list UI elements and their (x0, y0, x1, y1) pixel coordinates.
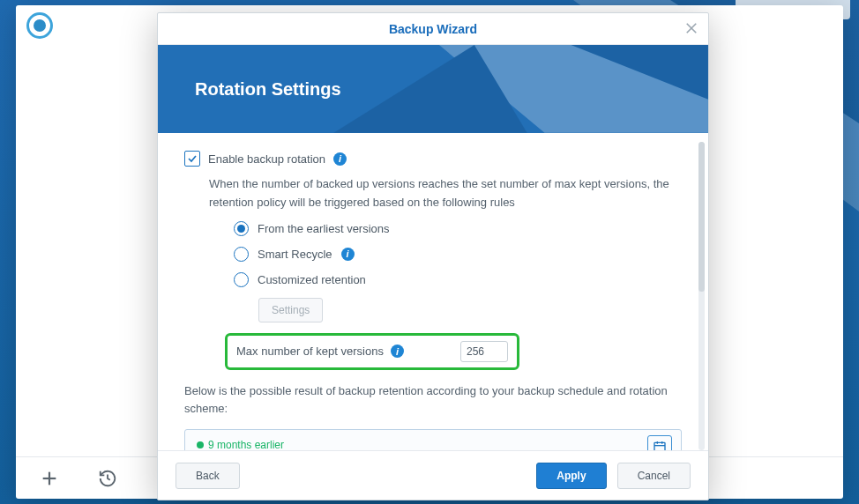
add-button[interactable] (30, 463, 69, 493)
max-versions-input[interactable] (460, 341, 508, 362)
retention-radio-group: From the earliest versions Smart Recycle… (234, 221, 682, 287)
timeline-start-label: 9 months earlier (208, 439, 670, 450)
info-icon[interactable]: i (333, 152, 347, 166)
max-versions-label: Max number of kept versions (236, 345, 384, 358)
radio-earliest-row: From the earliest versions (234, 221, 682, 236)
max-versions-highlight: Max number of kept versions i (225, 333, 519, 370)
timeline-start-dot-icon (197, 441, 204, 448)
settings-button[interactable]: Settings (258, 298, 323, 322)
info-icon[interactable]: i (391, 345, 404, 358)
wizard-modal: Backup Wizard Rotation Settings Enable b… (157, 12, 709, 500)
enable-rotation-checkbox[interactable] (184, 151, 200, 167)
timeline-description: Below is the possible result of backup r… (184, 382, 682, 419)
radio-smart[interactable] (234, 247, 249, 262)
radio-earliest-label: From the earliest versions (258, 222, 390, 235)
history-button[interactable] (88, 463, 127, 493)
radio-custom-row: Customized retention (234, 272, 682, 287)
modal-close-icon[interactable] (683, 20, 699, 36)
scrollbar[interactable] (698, 142, 705, 450)
modal-body: Enable backup rotation i When the number… (158, 133, 708, 450)
radio-custom-label: Customized retention (258, 273, 366, 286)
modal-titlebar: Backup Wizard (158, 13, 708, 45)
app-logo-icon (26, 12, 53, 39)
modal-footer: Back Apply Cancel (158, 450, 708, 500)
enable-rotation-label: Enable backup rotation (208, 152, 325, 166)
radio-smart-label: Smart Recycle (258, 248, 332, 261)
radio-earliest[interactable] (234, 221, 249, 236)
retention-timeline: 9 months earlier (184, 429, 682, 450)
info-icon[interactable]: i (341, 248, 355, 261)
modal-banner: Rotation Settings (158, 45, 708, 133)
cancel-button[interactable]: Cancel (617, 463, 691, 489)
enable-rotation-row: Enable backup rotation i (184, 151, 682, 167)
back-button[interactable]: Back (176, 463, 240, 489)
rotation-description: When the number of backed up versions re… (209, 175, 682, 212)
radio-smart-row: Smart Recycle i (234, 247, 682, 262)
banner-title: Rotation Settings (195, 79, 341, 100)
apply-button[interactable]: Apply (536, 463, 606, 489)
radio-custom[interactable] (234, 272, 249, 287)
modal-title-text: Backup Wizard (389, 22, 477, 36)
